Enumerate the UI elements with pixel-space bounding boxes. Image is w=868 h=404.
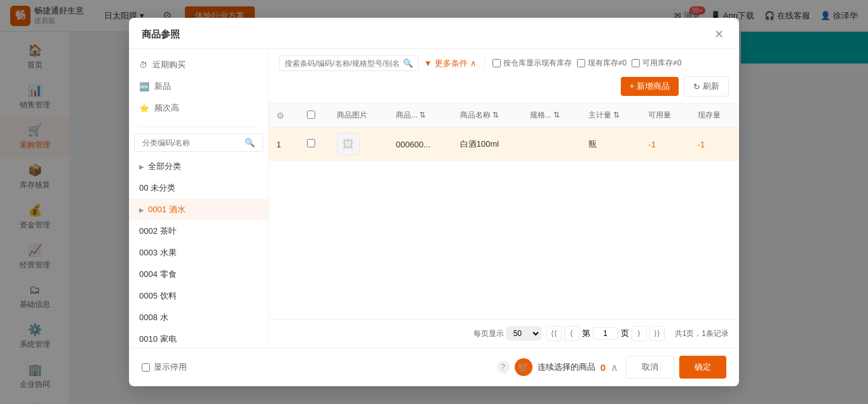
refresh-button[interactable]: ↻ 刷新	[684, 76, 729, 97]
new-icon: 🆕	[139, 82, 149, 91]
toolbar: 🔍 ▼ 更多条件 ∧ 按仓库显示现有库存 现有库存≠0	[269, 49, 739, 104]
page-nav: ⟨⟨ ⟨ 第 页 ⟩ ⟩⟩	[546, 326, 665, 341]
checkbox-stock-nonzero-input[interactable]	[577, 59, 585, 67]
new-product-button[interactable]: + 新增商品	[621, 77, 679, 96]
row-select-checkbox[interactable]	[307, 139, 315, 147]
col-spec[interactable]: 规格... ⇅	[522, 104, 581, 128]
row-spec	[522, 128, 581, 161]
category-list: ▶ 全部分类 00 未分类 ▶ 0001 酒水 0002 茶叶 0003 水果	[129, 156, 268, 342]
row-checkbox[interactable]	[299, 128, 330, 161]
cat-item-all[interactable]: ▶ 全部分类	[129, 156, 268, 177]
category-search-input[interactable]	[142, 138, 241, 147]
product-search-input[interactable]	[285, 59, 399, 68]
cart-label: 连续选择的商品	[538, 361, 595, 373]
product-image: 🖼	[337, 133, 360, 156]
last-page-button[interactable]: ⟩⟩	[649, 326, 665, 341]
product-table: ⚙ 商品图片 商品... ⇅ 商品名称 ⇅ 规格...	[269, 104, 739, 161]
chevron-up-icon: ∧	[470, 58, 477, 68]
page-input[interactable]	[593, 327, 618, 340]
sort-icon: ⇅	[613, 111, 620, 119]
first-page-button[interactable]: ⟨⟨	[546, 326, 562, 341]
confirm-button[interactable]: 确定	[679, 356, 726, 379]
checkbox-available-nonzero-input[interactable]	[632, 59, 640, 67]
collapse-cart-icon[interactable]: ∧	[611, 361, 618, 374]
refresh-icon: ↻	[693, 82, 700, 91]
search-icon: 🔍	[245, 138, 255, 147]
row-name: 白酒100ml	[452, 128, 522, 161]
product-table-wrap: ⚙ 商品图片 商品... ⇅ 商品名称 ⇅ 规格...	[269, 104, 739, 319]
col-checkbox[interactable]	[299, 104, 330, 128]
cat-item-label: 00 未分类	[139, 182, 175, 194]
right-panel: 🔍 ▼ 更多条件 ∧ 按仓库显示现有库存 现有库存≠0	[269, 49, 739, 347]
row-unit: 瓶	[581, 128, 641, 161]
cat-item-0004[interactable]: 0004 零食	[129, 264, 268, 285]
quick-item-recent[interactable]: ⏱ 近期购买	[129, 54, 268, 76]
cat-item-0002[interactable]: 0002 茶叶	[129, 220, 268, 242]
frequent-icon: ⭐	[139, 104, 149, 113]
checkbox-label: 可用库存≠0	[642, 58, 681, 69]
cat-item-0005[interactable]: 0005 饮料	[129, 285, 268, 307]
table-row[interactable]: 1 🖼 000600... 白酒100ml 瓶 -1 -1	[269, 128, 739, 161]
cat-item-0008[interactable]: 0008 水	[129, 307, 268, 328]
filter-label: 更多条件	[435, 58, 468, 69]
col-settings[interactable]: ⚙	[269, 104, 299, 128]
checkbox-by-warehouse-input[interactable]	[492, 59, 501, 67]
cat-item-label: 0003 水果	[139, 247, 177, 259]
quick-item-frequent[interactable]: ⭐ 频次高	[129, 97, 268, 119]
filter-button[interactable]: ▼ 更多条件 ∧	[424, 58, 477, 69]
prev-page-button[interactable]: ⟨	[564, 326, 580, 341]
cat-item-label: 0002 茶叶	[139, 226, 177, 237]
filter-icon: ▼	[424, 58, 432, 68]
checkbox-label: 现有库存≠0	[588, 58, 627, 69]
checkbox-available-nonzero[interactable]: 可用库存≠0	[632, 58, 681, 69]
cancel-button[interactable]: 取消	[626, 356, 674, 379]
row-stock: -1	[690, 128, 739, 161]
cat-item-label: 0001 酒水	[148, 204, 186, 215]
cat-item-0010[interactable]: 0010 家电	[129, 328, 268, 342]
recent-icon: ⏱	[139, 60, 147, 70]
search-icon: 🔍	[403, 58, 413, 68]
pagination: 每页显示 102050100 ⟨⟨ ⟨ 第 页 ⟩ ⟩⟩ 共1页，1条记录	[269, 319, 739, 347]
quick-item-new[interactable]: 🆕 新品	[129, 76, 268, 97]
footer-buttons: 取消 确定	[626, 356, 726, 379]
cat-item-label: 0005 饮料	[139, 290, 177, 302]
sort-icon: ⇅	[553, 111, 560, 119]
page-label: 第	[582, 328, 590, 339]
col-unit[interactable]: 主计量 ⇅	[581, 104, 641, 128]
row-code: 000600...	[388, 128, 452, 161]
row-available: -1	[641, 128, 689, 161]
divider	[484, 57, 485, 70]
modal-footer: 显示停用 ? 🛒 连续选择的商品 0 ∧ 取消 确定	[129, 347, 739, 386]
next-page-button[interactable]: ⟩	[632, 326, 647, 341]
per-page-select[interactable]: 102050100	[506, 327, 541, 340]
col-name[interactable]: 商品名称 ⇅	[452, 104, 522, 128]
page-total: 共1页，1条记录	[675, 328, 729, 339]
sort-icon: ⇅	[419, 111, 426, 119]
quick-item-label: 新品	[154, 81, 171, 92]
col-image: 商品图片	[329, 104, 388, 128]
checkbox-stock-nonzero[interactable]: 现有库存≠0	[577, 58, 627, 69]
display-disabled-input[interactable]	[142, 363, 150, 372]
col-available: 可用量	[641, 104, 689, 128]
product-reference-modal: 商品参照 ✕ ⏱ 近期购买 🆕 新品 ⭐ 频次高	[129, 18, 739, 386]
table-body: 1 🖼 000600... 白酒100ml 瓶 -1 -1	[269, 128, 739, 161]
cat-item-0001[interactable]: ▶ 0001 酒水	[129, 199, 268, 220]
modal-title: 商品参照	[142, 29, 180, 41]
page-suffix: 页	[621, 328, 629, 339]
per-page-label: 每页显示	[473, 328, 504, 339]
display-disabled-checkbox[interactable]: 显示停用	[142, 361, 187, 373]
checkbox-label: 按仓库显示现有库存	[503, 58, 572, 69]
expand-arrow-icon: ▶	[139, 163, 144, 170]
help-icon[interactable]: ?	[497, 361, 510, 374]
checkbox-by-warehouse[interactable]: 按仓库显示现有库存	[492, 58, 572, 69]
cat-item-0003[interactable]: 0003 水果	[129, 242, 268, 264]
cat-item-00[interactable]: 00 未分类	[129, 177, 268, 199]
col-code[interactable]: 商品... ⇅	[388, 104, 452, 128]
modal-close-button[interactable]: ✕	[711, 27, 726, 42]
modal-overlay: 商品参照 ✕ ⏱ 近期购买 🆕 新品 ⭐ 频次高	[0, 0, 868, 404]
display-disabled-label: 显示停用	[154, 361, 187, 373]
select-all-checkbox[interactable]	[307, 111, 315, 119]
row-image: 🖼	[329, 128, 388, 161]
modal-header: 商品参照 ✕	[129, 18, 739, 49]
cat-item-label: 0008 水	[139, 312, 168, 323]
